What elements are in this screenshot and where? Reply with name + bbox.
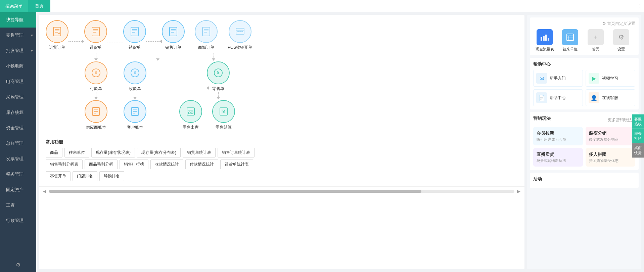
sidebar-label-assets: 固定资产 [6,187,24,193]
sidebar-bottom: ⚙ [0,258,36,272]
settings-label: 设置 [617,47,625,52]
flow-node-scdd[interactable]: 商城订单 [195,20,218,50]
float-btn-community[interactable]: 服务社区 [632,129,644,143]
svg-rect-47 [541,37,542,41]
sidebar-item-admin[interactable]: 行政管理 [0,213,36,228]
help-doc-label: 帮助中心 [550,95,566,101]
sidebar-label-ecommerce1: 小畅电商 [6,63,24,69]
flow-label-khzb: 客户账本 [127,125,143,130]
flow-node-lsck[interactable]: 零售出库 [179,100,202,130]
flow-icon-scdd [195,20,218,43]
more-marketing-link[interactable]: 更多营销玩法 > [608,117,635,123]
sidebar-item-ecommerce2[interactable]: 电商管理 [0,74,36,89]
scroll-track[interactable] [49,190,514,193]
flow-node-lsjs[interactable]: ¥ 零售结算 [212,100,235,130]
sidebar-item-ecommerce1[interactable]: 小畅电商 [0,58,36,74]
sidebar-item-retail[interactable]: 零售管理 ▼ [0,28,36,43]
flow-node-xsdj[interactable]: 销售订单 [162,20,185,50]
flow-icon-lsd: ¥ [207,61,230,84]
quick-icon-cashflow[interactable]: 现金流量表 [533,29,556,52]
live-sub: 场景式购物新玩法 [537,158,580,163]
contacts-label: 往来单位 [563,47,578,52]
sidebar-item-assets[interactable]: 固定资产 [0,182,36,197]
marketing-item-group[interactable]: 多人拼团 拼团购物享受优惠 [586,148,635,167]
svg-rect-49 [545,35,547,41]
fission-title: 裂变分销 [589,130,632,136]
sidebar-gear-icon[interactable]: ⚙ [16,262,20,268]
float-btn-desktop[interactable]: 桌面快捷 [632,143,644,158]
flow-node-skd[interactable]: ¥ 收款单 [124,61,146,92]
sidebar-item-purchase[interactable]: 采购管理 [0,89,36,105]
flow-label-xhd: 销货单 [129,45,141,50]
beginner-icon: ✉ [536,73,547,84]
help-item-beginner[interactable]: ✉ 新手入门 [533,70,583,87]
sidebar-item-invoice[interactable]: 发票管理 [0,151,36,167]
flow-node-pos[interactable]: POS收银开单 [228,20,252,50]
sidebar-item-inventory[interactable]: 库存核算 [0,105,36,120]
sidebar-item-salary[interactable]: 工资 [0,197,36,213]
func-btn-purchase-stat[interactable]: 进货单统计表 [220,160,253,169]
flow-label-lsd: 零售单 [212,86,224,92]
func-btn-stock2[interactable]: 现存量(库存分布表) [137,148,181,157]
help-item-video[interactable]: ▶ 视频学习 [586,70,635,87]
func-btn-sales-rank[interactable]: 销售排行榜 [120,160,148,169]
svg-point-43 [188,112,190,114]
flow-icon-xsdj [162,20,185,43]
flow-node-lsd[interactable]: ¥ 零售单 [207,61,230,92]
svg-text:¥: ¥ [94,70,97,75]
func-btn-guide-rank[interactable]: 导购排名 [99,171,124,181]
sidebar-item-finance[interactable]: 资金管理 [0,120,36,136]
func-btn-goods-profit[interactable]: 商品毛利分析 [85,160,118,169]
marketing-item-live[interactable]: 直播卖货 场景式购物新玩法 [533,148,583,167]
help-item-help[interactable]: 📄 帮助中心 [533,89,583,106]
flow-node-xhd[interactable]: 销货单 [123,20,146,50]
home-tab[interactable]: 首页 [28,0,50,12]
search-menu-button[interactable]: 搜索菜单 [0,0,28,12]
svg-rect-41 [187,108,194,115]
flow-node-fkd[interactable]: ¥ 付款单 [85,61,107,92]
func-btn-retail-order[interactable]: 零售开单 [46,171,71,181]
service-icon: 👤 [589,92,599,103]
scroll-right-arrow[interactable]: ▶ [516,188,522,194]
sidebar-item-ledger[interactable]: 总账管理 [0,136,36,151]
svg-rect-4 [92,27,99,36]
flow-node-gyskb[interactable]: 供应商账本 [85,100,107,130]
func-btn-stock1[interactable]: 现存量(库存状况表) [91,148,135,157]
quick-icon-none[interactable]: + 暂无 [584,29,607,52]
float-btn-service[interactable]: 客服热线 [632,115,644,129]
flow-label-skd: 收款单 [129,86,141,92]
flow-node-khzb[interactable]: 客户账本 [124,100,146,130]
func-btn-profit-analysis[interactable]: 销售毛利分析表 [46,160,83,169]
func-btn-receipt-stat[interactable]: 收款情况统计 [150,160,183,169]
func-btn-sales-stat[interactable]: 销货单统计表 [183,148,216,157]
flow-node-jhd[interactable]: 进货单 [84,20,107,50]
marketing-title: 营销玩法 [533,116,551,122]
func-btn-store-rank[interactable]: 门店排名 [73,171,97,181]
func-btn-goods[interactable]: 商品 [46,148,62,157]
sidebar-item-wholesale[interactable]: 批发管理 ▼ [0,43,36,58]
help-item-service[interactable]: 👤 在线客服 [586,89,635,106]
flow-icon-jhd [84,20,107,43]
marketing-section: 营销玩法 更多营销玩法 > 会员拉新 吸引用户成为会员 裂变分销 裂变式发展分销… [530,112,639,170]
quick-icon-settings[interactable]: ⚙ 设置 [610,29,633,52]
flow-icon-pos [229,20,251,43]
func-btn-order-stat[interactable]: 销售订单统计表 [218,148,255,157]
content-area: 进货订单 进货单 [36,12,644,272]
sidebar-label-ledger: 总账管理 [6,140,24,146]
customize-button[interactable]: ⚙ 首页自定义设置 [602,21,635,27]
func-btn-payment-stat[interactable]: 付款情况统计 [185,160,218,169]
sidebar-item-quicknav[interactable]: 快捷导航 [0,12,36,28]
marketing-item-member[interactable]: 会员拉新 吸引用户成为会员 [533,127,583,145]
sidebar-label-wholesale: 批发管理 [6,48,24,54]
scroll-left-arrow[interactable]: ◀ [42,188,48,194]
sidebar-label-ecommerce2: 电商管理 [6,79,24,85]
quick-icon-contacts[interactable]: 往来单位 [559,29,582,52]
sidebar-item-tax[interactable]: 税务管理 [0,167,36,182]
marketing-item-fission[interactable]: 裂变分销 裂变式发展分销商 [586,127,635,145]
fullscreen-button[interactable]: ⛶ [632,0,644,12]
func-btn-contacts[interactable]: 往来单位 [64,148,89,157]
flow-diagram: 进货订单 进货单 [39,15,524,136]
flow-label-xsdj: 销售订单 [165,45,181,50]
flow-node-jhdj[interactable]: 进货订单 [46,20,68,50]
flow-icon-gyskb [85,100,107,123]
